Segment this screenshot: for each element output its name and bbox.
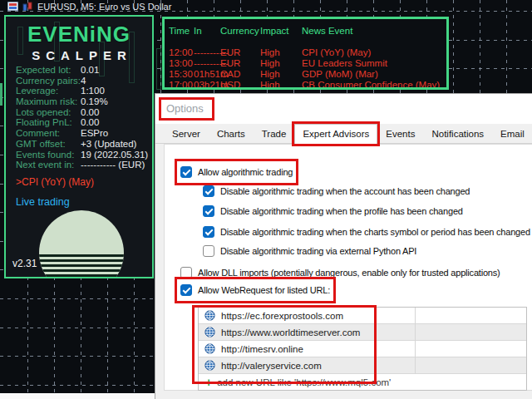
- news-panel: Time In Currency Impact News Event 12:00…: [162, 17, 449, 90]
- chart-title: EURUSD, M5: Euro vs US Dollar: [37, 2, 171, 12]
- chart-list-icon[interactable]: [7, 2, 18, 11]
- globe-icon: [204, 343, 215, 354]
- ea-version: v2.31: [12, 258, 37, 269]
- tab-notifications[interactable]: Notifications: [423, 125, 492, 143]
- tab-charts[interactable]: Charts: [209, 125, 254, 143]
- tab-trade[interactable]: Trade: [254, 125, 295, 143]
- checkbox[interactable]: [180, 166, 192, 178]
- news-rows: 12:00 ----------- EUR High CPI (YoY) (Ma…: [165, 47, 446, 90]
- next-event-alert: >CPI (YoY) (May): [16, 176, 94, 188]
- ea-stat-row: Maximum risk:0.19%: [6, 96, 152, 107]
- add-url-row[interactable]: + add new URL like 'https://www.mql5.com…: [199, 374, 526, 390]
- checkbox[interactable]: [203, 226, 214, 238]
- globe-icon: [204, 360, 215, 371]
- news-col-impact: Impact: [260, 26, 302, 37]
- url-list-item[interactable]: https://www.worldtimeserver.com: [199, 324, 526, 341]
- options-dialog: Options Server Charts Trade Expert Advis…: [155, 93, 532, 399]
- chart-type-icon[interactable]: [22, 2, 33, 11]
- news-row: 17:00 03h21m USD High CB Consumer Confid…: [165, 80, 446, 90]
- checkbox[interactable]: [180, 267, 192, 278]
- ea-stat-row: Next event in:----------- (EUR): [6, 160, 152, 170]
- checkbox-row-disable-on-profile-change[interactable]: Disable algorithmic trading when the pro…: [203, 204, 463, 219]
- checkbox-row-disable-on-symbol-change[interactable]: Disable algorithmic trading when the cha…: [203, 224, 530, 239]
- checkbox-row-disable-on-account-change[interactable]: Disable algorithmic trading when the acc…: [203, 184, 470, 199]
- news-row: 13:00 ----------- EUR High EU Leaders Su…: [165, 58, 446, 69]
- news-col-in: In: [194, 26, 220, 37]
- ea-stat-row: GMT offset:+3 (Updated): [6, 139, 152, 150]
- tab-events[interactable]: Events: [377, 125, 423, 143]
- ea-stat-row: Currency pairs:4: [6, 76, 152, 86]
- url-list-item[interactable]: http://timesrv.online: [199, 341, 526, 357]
- globe-icon: [204, 327, 215, 337]
- globe-icon: [204, 310, 215, 321]
- news-col-time: Time: [169, 26, 194, 37]
- news-header-row: Time In Currency Impact News Event: [165, 26, 446, 37]
- tab-server[interactable]: Server: [164, 125, 209, 143]
- news-row: 15:30 01h51m CAD High GDP (MoM) (Mar): [165, 69, 446, 80]
- retro-sun-graphic: [39, 210, 124, 278]
- window-edge: [0, 393, 155, 399]
- ea-stat-row: Floating PnL:0.00: [6, 117, 152, 128]
- ea-stat-row: Events found:19 (2022.05.31): [6, 150, 152, 160]
- checkbox[interactable]: [203, 205, 214, 217]
- checkbox[interactable]: [203, 245, 214, 257]
- ea-stats: Expected lot:0.01 Currency pairs:4 Lever…: [6, 65, 152, 170]
- ea-stat-row: Comment:ESPro: [6, 128, 152, 139]
- dialog-titlebar: Options: [155, 94, 532, 124]
- webrequest-url-list: https://ec.forexprostools.com https://ww…: [198, 307, 527, 391]
- news-col-currency: Currency: [220, 26, 260, 37]
- tab-expert-advisors[interactable]: Expert Advisors: [294, 124, 377, 144]
- candlestick: [17, 27, 23, 55]
- ea-stat-row: Lots opened:0.00: [6, 107, 152, 118]
- checkbox[interactable]: [180, 284, 192, 296]
- candlestick: [54, 22, 60, 62]
- checkbox[interactable]: [203, 185, 214, 197]
- live-trading-label: Live trading: [16, 196, 70, 208]
- news-col-event: News Event: [302, 26, 446, 37]
- candlestick: [156, 48, 161, 90]
- dialog-title: Options: [161, 100, 212, 118]
- checkbox-row-allow-webrequest[interactable]: Allow WebRequest for listed URL:: [180, 283, 330, 298]
- dialog-tabbar: Server Charts Trade Expert Advisors Even…: [155, 124, 532, 144]
- ea-panel: EVENiNG SCALPER Expected lot:0.01 Curren…: [4, 15, 154, 278]
- checkbox-row-allow-algo-trading[interactable]: Allow algorithmic trading: [180, 165, 293, 180]
- url-list-item[interactable]: http://valeryservice.com: [199, 357, 526, 374]
- tab-email[interactable]: Email: [492, 125, 532, 143]
- ea-stat-row: Leverage:1:100: [6, 86, 152, 96]
- checkbox-row-disable-python-api[interactable]: Disable algorithmic trading via external…: [203, 244, 416, 259]
- news-row: 12:00 ----------- EUR High CPI (YoY) (Ma…: [165, 47, 446, 58]
- metatrader-window: EURUSD, M5: Euro vs US Dollar EVENiNG SC…: [0, 0, 532, 399]
- plus-icon: +: [205, 377, 212, 388]
- chart-titlebar: EURUSD, M5: Euro vs US Dollar: [0, 0, 532, 12]
- url-list-item[interactable]: https://ec.forexprostools.com: [199, 308, 526, 324]
- checkbox-row-allow-dll-imports[interactable]: Allow DLL imports (potentially dangerous…: [180, 265, 500, 280]
- ea-stat-row: Expected lot:0.01: [6, 65, 152, 76]
- list-column-divider: [415, 308, 416, 374]
- candlestick: [0, 83, 2, 106]
